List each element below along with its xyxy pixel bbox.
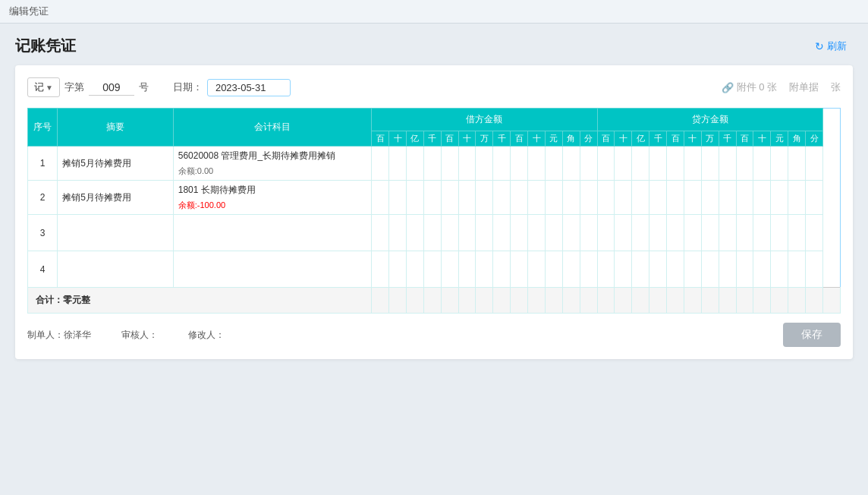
- row2-d12[interactable]: [562, 181, 580, 215]
- row2-c8[interactable]: [719, 181, 736, 215]
- row1-d12[interactable]: [562, 147, 580, 181]
- th-c13: 分: [806, 131, 823, 147]
- row1-c13[interactable]: [806, 147, 823, 181]
- th-c4: 千: [649, 131, 667, 147]
- th-c3: 亿: [632, 131, 649, 147]
- row1-c1[interactable]: [597, 147, 615, 181]
- save-button[interactable]: 保存: [783, 323, 841, 347]
- row1-d10[interactable]: [528, 147, 546, 181]
- date-input[interactable]: [207, 79, 291, 96]
- row1-d2[interactable]: [389, 147, 407, 181]
- row2-d2[interactable]: [389, 181, 407, 215]
- row2-d4[interactable]: [423, 181, 441, 215]
- row1-d6[interactable]: [458, 147, 476, 181]
- row1-c6[interactable]: [684, 147, 701, 181]
- table-row: 1 摊销5月待摊费用 56020008 管理费用_长期待摊费用摊销 余额:0.0…: [28, 147, 841, 181]
- row3-account[interactable]: [173, 215, 371, 251]
- table-row: 2 摊销5月待摊费用 1801 长期待摊费用 余额:-100.00: [28, 181, 841, 215]
- creator-value: 徐泽华: [64, 329, 91, 340]
- row1-summary[interactable]: 摊销5月待摊费用: [58, 147, 174, 181]
- row2-c10[interactable]: [753, 181, 771, 215]
- row1-c8[interactable]: [719, 147, 736, 181]
- row1-c7[interactable]: [701, 147, 719, 181]
- th-d13: 分: [580, 131, 597, 147]
- row2-c12[interactable]: [788, 181, 806, 215]
- th-d7: 万: [476, 131, 493, 147]
- voucher-table: 序号 摘要 会计科目 借方金额 贷方金额 百 十 亿 千 百 十 万: [27, 108, 841, 314]
- refresh-button[interactable]: ↻ 刷新: [809, 36, 853, 56]
- row1-d7[interactable]: [476, 147, 493, 181]
- row2-d1[interactable]: [372, 181, 389, 215]
- th-d4: 千: [423, 131, 441, 147]
- row4-seq: 4: [28, 251, 58, 288]
- creator-label: 制单人：: [27, 329, 64, 340]
- th-c10: 十: [753, 131, 771, 147]
- row1-d8[interactable]: [493, 147, 511, 181]
- row2-c7[interactable]: [701, 181, 719, 215]
- row1-c11[interactable]: [771, 147, 788, 181]
- row1-c10[interactable]: [753, 147, 771, 181]
- row4-account[interactable]: [173, 251, 371, 288]
- row2-summary[interactable]: 摊销5月待摊费用: [58, 181, 174, 215]
- row1-account[interactable]: 56020008 管理费用_长期待摊费用摊销 余额:0.00: [173, 147, 371, 181]
- row3-seq: 3: [28, 215, 58, 251]
- row1-d5[interactable]: [441, 147, 458, 181]
- row2-d6[interactable]: [458, 181, 476, 215]
- th-d9: 百: [511, 131, 528, 147]
- th-d12: 角: [562, 131, 580, 147]
- row1-c9[interactable]: [736, 147, 753, 181]
- th-c5: 百: [667, 131, 684, 147]
- row2-c1[interactable]: [597, 181, 615, 215]
- row2-c6[interactable]: [684, 181, 701, 215]
- row1-c2[interactable]: [615, 147, 632, 181]
- row2-seq: 2: [28, 181, 58, 215]
- row1-c12[interactable]: [788, 147, 806, 181]
- attach-count: 张: [831, 80, 841, 94]
- row2-c2[interactable]: [615, 181, 632, 215]
- row1-d4[interactable]: [423, 147, 441, 181]
- row2-c5[interactable]: [667, 181, 684, 215]
- voucher-number-input[interactable]: [89, 80, 134, 96]
- row1-d3[interactable]: [406, 147, 423, 181]
- row1-c4[interactable]: [649, 147, 667, 181]
- attach-text: 附件 0 张: [737, 80, 777, 94]
- row2-c9[interactable]: [736, 181, 753, 215]
- row2-account[interactable]: 1801 长期待摊费用 余额:-100.00: [173, 181, 371, 215]
- row2-account-text: 1801 长期待摊费用: [178, 184, 366, 197]
- row2-d10[interactable]: [528, 181, 546, 215]
- row2-balance: 余额:-100.00: [178, 200, 366, 211]
- th-c8: 千: [719, 131, 736, 147]
- page-title: 记账凭证: [15, 36, 76, 56]
- link-icon: 🔗: [722, 82, 734, 93]
- voucher-table-wrapper: 序号 摘要 会计科目 借方金额 贷方金额 百 十 亿 千 百 十 万: [27, 108, 841, 314]
- attach-single-label[interactable]: 附单据: [789, 80, 819, 94]
- row2-d13[interactable]: [580, 181, 597, 215]
- row1-d1[interactable]: [372, 147, 389, 181]
- row2-d11[interactable]: [545, 181, 562, 215]
- modifier-field: 修改人：: [188, 329, 225, 342]
- row2-d3[interactable]: [406, 181, 423, 215]
- th-c12: 角: [788, 131, 806, 147]
- row2-d8[interactable]: [493, 181, 511, 215]
- row1-c5[interactable]: [667, 147, 684, 181]
- th-c7: 万: [701, 131, 719, 147]
- voucher-type-select[interactable]: 记 ▼: [27, 77, 60, 97]
- refresh-icon: ↻: [815, 40, 824, 52]
- row1-d13[interactable]: [580, 147, 597, 181]
- modifier-label: 修改人：: [188, 329, 225, 340]
- row2-d9[interactable]: [511, 181, 528, 215]
- row1-c3[interactable]: [632, 147, 649, 181]
- th-d5: 百: [441, 131, 458, 147]
- row2-c13[interactable]: [806, 181, 823, 215]
- row1-d11[interactable]: [545, 147, 562, 181]
- row2-c3[interactable]: [632, 181, 649, 215]
- row4-summary[interactable]: [58, 251, 174, 288]
- row3-summary[interactable]: [58, 215, 174, 251]
- row2-c11[interactable]: [771, 181, 788, 215]
- row2-c4[interactable]: [649, 181, 667, 215]
- row1-d9[interactable]: [511, 147, 528, 181]
- row2-d5[interactable]: [441, 181, 458, 215]
- row2-d7[interactable]: [476, 181, 493, 215]
- attach-link[interactable]: 🔗 附件 0 张: [722, 80, 777, 94]
- th-credit-group: 贷方金额: [597, 109, 822, 131]
